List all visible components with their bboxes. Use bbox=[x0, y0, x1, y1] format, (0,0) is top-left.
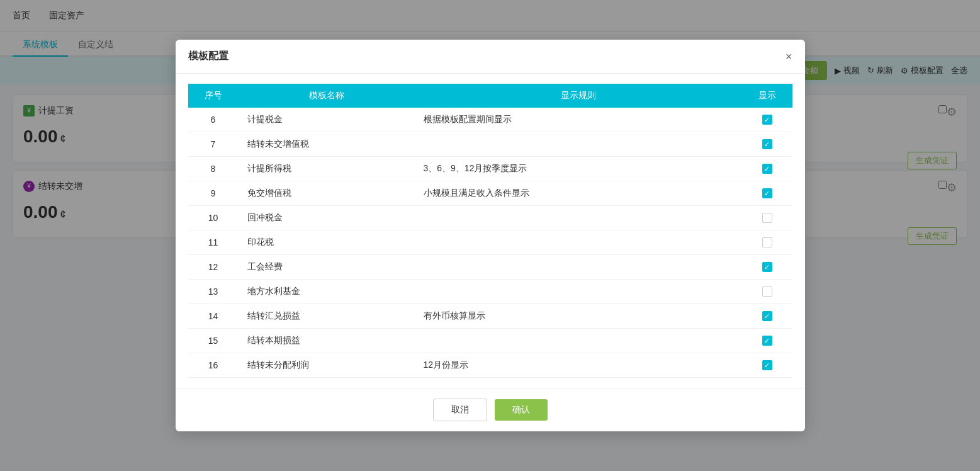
cell-id-8: 14 bbox=[188, 304, 239, 329]
cell-id-10: 16 bbox=[188, 353, 239, 378]
modal-header: 模板配置 × bbox=[176, 40, 805, 74]
checkbox-4[interactable] bbox=[762, 213, 772, 223]
th-rule: 显示规则 bbox=[415, 84, 742, 108]
th-name: 模板名称 bbox=[239, 84, 415, 108]
checkbox-2[interactable] bbox=[762, 164, 772, 174]
cell-id-6: 12 bbox=[188, 255, 239, 280]
cell-id-5: 11 bbox=[188, 230, 239, 255]
modal-overlay: 模板配置 × 序号 模板名称 显示规则 显示 6计提税金根据模板配置期间显示7结… bbox=[0, 0, 980, 471]
cell-rule-7 bbox=[415, 280, 742, 304]
table-row: 9免交增值税小规模且满足收入条件显示 bbox=[188, 181, 792, 206]
cell-name-5: 印花税 bbox=[239, 230, 415, 255]
cell-name-7: 地方水利基金 bbox=[239, 280, 415, 304]
checkbox-wrap-8 bbox=[751, 311, 784, 321]
checkbox-wrap-5 bbox=[751, 237, 784, 247]
modal-close-button[interactable]: × bbox=[786, 51, 792, 62]
cell-id-9: 15 bbox=[188, 329, 239, 353]
cell-rule-2: 3、6、9、12月按季度显示 bbox=[415, 157, 742, 181]
cell-check-7 bbox=[742, 280, 792, 304]
cell-rule-4 bbox=[415, 206, 742, 230]
modal-title: 模板配置 bbox=[188, 50, 228, 63]
checkbox-wrap-0 bbox=[751, 115, 784, 125]
cell-name-0: 计提税金 bbox=[239, 108, 415, 132]
cell-name-9: 结转本期损益 bbox=[239, 329, 415, 353]
cell-id-2: 8 bbox=[188, 157, 239, 181]
cell-id-0: 6 bbox=[188, 108, 239, 132]
cell-id-7: 13 bbox=[188, 280, 239, 304]
cell-check-3 bbox=[742, 181, 792, 206]
checkbox-6[interactable] bbox=[762, 262, 772, 272]
cell-id-4: 10 bbox=[188, 206, 239, 230]
table-header: 序号 模板名称 显示规则 显示 bbox=[188, 84, 792, 108]
cell-check-5 bbox=[742, 230, 792, 255]
cell-rule-10: 12月份显示 bbox=[415, 353, 742, 378]
checkbox-5[interactable] bbox=[762, 237, 772, 247]
checkbox-3[interactable] bbox=[762, 188, 772, 198]
cell-rule-0: 根据模板配置期间显示 bbox=[415, 108, 742, 132]
config-table: 序号 模板名称 显示规则 显示 6计提税金根据模板配置期间显示7结转未交增值税8… bbox=[188, 84, 792, 378]
confirm-button[interactable]: 确认 bbox=[495, 399, 548, 421]
checkbox-1[interactable] bbox=[762, 139, 772, 149]
checkbox-10[interactable] bbox=[762, 360, 772, 370]
checkbox-wrap-10 bbox=[751, 360, 784, 370]
table-row: 16结转未分配利润12月份显示 bbox=[188, 353, 792, 378]
cell-rule-6 bbox=[415, 255, 742, 280]
th-index: 序号 bbox=[188, 84, 239, 108]
cancel-button[interactable]: 取消 bbox=[433, 399, 487, 421]
table-row: 8计提所得税3、6、9、12月按季度显示 bbox=[188, 157, 792, 181]
table-row: 12工会经费 bbox=[188, 255, 792, 280]
cell-name-6: 工会经费 bbox=[239, 255, 415, 280]
cell-check-0 bbox=[742, 108, 792, 132]
checkbox-wrap-9 bbox=[751, 336, 784, 346]
th-display: 显示 bbox=[742, 84, 792, 108]
table-row: 15结转本期损益 bbox=[188, 329, 792, 353]
cell-check-10 bbox=[742, 353, 792, 378]
checkbox-7[interactable] bbox=[762, 287, 772, 297]
checkbox-0[interactable] bbox=[762, 115, 772, 125]
cell-name-8: 结转汇兑损益 bbox=[239, 304, 415, 329]
cell-rule-5 bbox=[415, 230, 742, 255]
cell-rule-9 bbox=[415, 329, 742, 353]
cell-name-4: 回冲税金 bbox=[239, 206, 415, 230]
cell-name-1: 结转未交增值税 bbox=[239, 132, 415, 157]
table-row: 11印花税 bbox=[188, 230, 792, 255]
modal-template-config: 模板配置 × 序号 模板名称 显示规则 显示 6计提税金根据模板配置期间显示7结… bbox=[176, 40, 805, 431]
table-row: 6计提税金根据模板配置期间显示 bbox=[188, 108, 792, 132]
cell-check-6 bbox=[742, 255, 792, 280]
checkbox-8[interactable] bbox=[762, 311, 772, 321]
checkbox-wrap-3 bbox=[751, 188, 784, 198]
cell-name-3: 免交增值税 bbox=[239, 181, 415, 206]
checkbox-wrap-2 bbox=[751, 164, 784, 174]
table-row: 7结转未交增值税 bbox=[188, 132, 792, 157]
cell-check-4 bbox=[742, 206, 792, 230]
cell-check-8 bbox=[742, 304, 792, 329]
cell-id-3: 9 bbox=[188, 181, 239, 206]
checkbox-wrap-7 bbox=[751, 287, 784, 297]
modal-footer: 取消 确认 bbox=[176, 388, 805, 431]
table-body: 6计提税金根据模板配置期间显示7结转未交增值税8计提所得税3、6、9、12月按季… bbox=[188, 108, 792, 378]
checkbox-9[interactable] bbox=[762, 336, 772, 346]
cell-name-2: 计提所得税 bbox=[239, 157, 415, 181]
checkbox-wrap-6 bbox=[751, 262, 784, 272]
table-row: 13地方水利基金 bbox=[188, 280, 792, 304]
cell-rule-8: 有外币核算显示 bbox=[415, 304, 742, 329]
cell-name-10: 结转未分配利润 bbox=[239, 353, 415, 378]
cell-rule-1 bbox=[415, 132, 742, 157]
cell-rule-3: 小规模且满足收入条件显示 bbox=[415, 181, 742, 206]
modal-body: 序号 模板名称 显示规则 显示 6计提税金根据模板配置期间显示7结转未交增值税8… bbox=[176, 74, 805, 388]
checkbox-wrap-1 bbox=[751, 139, 784, 149]
cell-check-9 bbox=[742, 329, 792, 353]
cell-id-1: 7 bbox=[188, 132, 239, 157]
table-row: 14结转汇兑损益有外币核算显示 bbox=[188, 304, 792, 329]
table-row: 10回冲税金 bbox=[188, 206, 792, 230]
cell-check-1 bbox=[742, 132, 792, 157]
checkbox-wrap-4 bbox=[751, 213, 784, 223]
cell-check-2 bbox=[742, 157, 792, 181]
